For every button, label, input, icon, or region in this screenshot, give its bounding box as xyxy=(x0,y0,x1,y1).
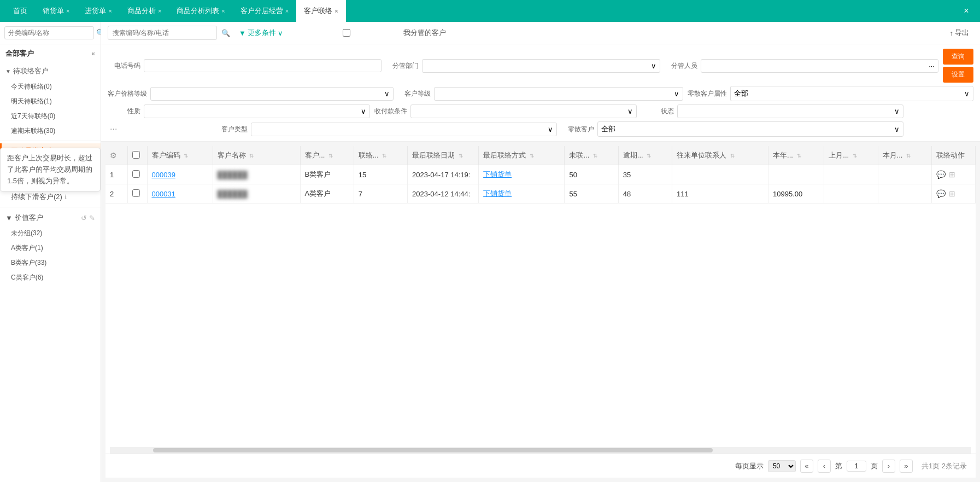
sort-type-icon[interactable]: ⇅ xyxy=(328,153,333,159)
settings-button[interactable]: 设置 xyxy=(943,67,973,83)
customer-level-select[interactable]: ∨ xyxy=(434,87,684,101)
value-customers-edit-icon[interactable]: ✎ xyxy=(89,214,95,222)
sidebar-a-customers[interactable]: A类客户(1) xyxy=(0,241,101,255)
row1-uncontacted: 50 xyxy=(565,165,618,184)
sidebar-week-pending[interactable]: 近7天待联络(0) xyxy=(0,109,101,124)
nav-customer-contact[interactable]: 客户联络 × xyxy=(296,0,345,22)
sidebar-b-customers[interactable]: B类客户(33) xyxy=(0,255,101,270)
row1-contact-icon[interactable]: 💬 xyxy=(936,170,946,179)
nav-purchase[interactable]: 进货单 × xyxy=(77,0,119,22)
page-number-input[interactable] xyxy=(847,461,866,472)
query-button[interactable]: 查询 xyxy=(943,49,973,65)
horizontal-scrollbar[interactable] xyxy=(110,447,971,454)
my-customers-checkbox-area[interactable]: 我分管的客户 xyxy=(292,28,446,38)
row2-last-method[interactable]: 下销货单 xyxy=(479,184,565,204)
row2-this-month xyxy=(878,184,931,204)
table-settings-icon[interactable]: ⚙ xyxy=(110,151,117,160)
nav-sales-close[interactable]: × xyxy=(66,0,69,22)
sidebar-pending-contact-section[interactable]: ▼ 待联络客户 xyxy=(0,63,101,79)
sort-this-month-icon[interactable]: ⇅ xyxy=(906,153,911,159)
filter-row-4: ··· 客户类型 ∨ 零散客户 全部 ∨ xyxy=(108,121,973,137)
next-page-btn[interactable]: › xyxy=(882,460,895,473)
sidebar-tomorrow-pending[interactable]: 明天待联络(1) xyxy=(0,94,101,109)
row2-code[interactable]: 000031 xyxy=(147,184,213,204)
sort-last-month-icon[interactable]: ⇅ xyxy=(853,153,857,159)
row2-more-icon[interactable]: ⊞ xyxy=(949,189,955,198)
row1-index: 1 xyxy=(105,165,127,184)
row2-contact-icon[interactable]: 💬 xyxy=(936,189,946,198)
price-level-select[interactable]: ∨ xyxy=(150,87,394,101)
filter-icon: ▼ xyxy=(239,29,246,37)
export-button[interactable]: ↑ 导出 xyxy=(946,25,974,40)
sidebar-collapse-btn[interactable]: « xyxy=(91,50,95,57)
col-settings[interactable]: ⚙ xyxy=(105,146,127,165)
sort-year-icon[interactable]: ⇅ xyxy=(797,153,801,159)
gender-select[interactable]: ∨ xyxy=(144,104,370,118)
last-page-btn[interactable]: » xyxy=(900,460,913,473)
table-area: ⚙ 客户编码 ⇅ 客户名称 ⇅ xyxy=(105,146,976,478)
nav-customer-segment-close[interactable]: × xyxy=(285,0,289,22)
phone-input[interactable] xyxy=(144,59,382,72)
scatter-attr-select[interactable]: 全部 ∨ xyxy=(730,86,973,101)
prev-page-btn[interactable]: ‹ xyxy=(818,460,831,473)
sidebar-search-input[interactable] xyxy=(4,26,94,39)
status-select[interactable]: ∨ xyxy=(677,104,903,118)
nav-sales[interactable]: 销货单 × xyxy=(35,0,77,22)
payment-select[interactable]: ∨ xyxy=(410,104,637,118)
sidebar-c-customers[interactable]: C类客户(6) xyxy=(0,270,101,285)
row1-code[interactable]: 000039 xyxy=(147,165,213,184)
filter-dots-area: ··· xyxy=(108,124,210,134)
sort-uncontacted-icon[interactable]: ⇅ xyxy=(593,153,597,159)
more-conditions-btn[interactable]: ▼ 更多条件 ∨ xyxy=(234,25,287,40)
scatter-customer-select[interactable]: 全部 ∨ xyxy=(597,121,903,137)
nav-product-list-close[interactable]: × xyxy=(221,0,225,22)
customer-type-select[interactable]: ∨ xyxy=(251,123,557,136)
sidebar-value-customers-section[interactable]: ▼ 价值客户 ↺ ✎ xyxy=(0,210,101,226)
sidebar-search-button[interactable]: 🔍 xyxy=(96,26,101,39)
nav-product-analysis[interactable]: 商品分析 × xyxy=(120,0,169,22)
nav-purchase-close[interactable]: × xyxy=(108,0,112,22)
sort-name-icon[interactable]: ⇅ xyxy=(249,153,254,159)
filter-bar: 🔍 ▼ 更多条件 ∨ 我分管的客户 ↑ 导出 xyxy=(101,22,980,44)
first-page-btn[interactable]: « xyxy=(800,460,813,473)
scrollbar-thumb[interactable] xyxy=(153,448,713,452)
col-customer-type: 客户... ⇅ xyxy=(300,146,354,165)
nav-customer-segment[interactable]: 客户分层经营 × xyxy=(233,0,296,22)
sort-contact-icon[interactable]: ⇅ xyxy=(382,153,386,159)
more-filter-dots[interactable]: ··· xyxy=(108,124,119,134)
search-input[interactable] xyxy=(108,26,217,40)
select-all-checkbox[interactable] xyxy=(132,151,140,159)
row1-more-icon[interactable]: ⊞ xyxy=(949,170,955,179)
window-close-button[interactable]: × xyxy=(958,3,975,19)
sidebar-today-pending[interactable]: 今天待联络(0) xyxy=(0,79,101,94)
row1-last-month xyxy=(824,165,878,184)
table-row: 1 000039 ██████ B类客户 15 2023-04-17 14:19… xyxy=(105,165,976,184)
my-customers-checkbox[interactable] xyxy=(292,29,401,37)
nav-product-analysis-close[interactable]: × xyxy=(158,0,161,22)
sort-overdue-icon[interactable]: ⇅ xyxy=(647,153,651,159)
table-scroll[interactable]: ⚙ 客户编码 ⇅ 客户名称 ⇅ xyxy=(105,146,976,447)
sidebar-ungrouped[interactable]: 未分组(32) xyxy=(0,226,101,241)
sort-date-icon[interactable]: ⇅ xyxy=(459,153,463,159)
nav-product-list[interactable]: 商品分析列表 × xyxy=(169,0,232,22)
value-customers-refresh-icon[interactable]: ↺ xyxy=(81,214,87,222)
row1-last-method[interactable]: 下销货单 xyxy=(479,165,565,184)
sidebar-declining-customers[interactable]: 持续下滑客户(2) ℹ xyxy=(0,189,101,205)
dept-select[interactable]: ∨ xyxy=(422,59,660,73)
col-action: 联络动作 xyxy=(932,146,976,165)
sort-person-icon[interactable]: ⇅ xyxy=(730,153,735,159)
col-customer-name: 客户名称 ⇅ xyxy=(213,146,300,165)
declining-info-icon[interactable]: ℹ xyxy=(64,194,67,201)
manager-select[interactable]: ··· xyxy=(701,59,938,73)
row1-last-date: 2023-04-17 14:19: xyxy=(408,165,479,184)
sort-method-icon[interactable]: ⇅ xyxy=(530,153,534,159)
search-icon[interactable]: 🔍 xyxy=(221,29,230,37)
page-size-select[interactable]: 50 100 200 xyxy=(768,460,796,472)
sort-code-icon[interactable]: ⇅ xyxy=(184,153,188,159)
sidebar-overdue-contact[interactable]: 逾期未联络(30) xyxy=(0,124,101,138)
nav-home[interactable]: 首页 xyxy=(5,0,35,22)
row1-select-checkbox[interactable] xyxy=(132,170,140,178)
row2-select-checkbox[interactable] xyxy=(132,189,140,197)
nav-customer-contact-close[interactable]: × xyxy=(335,0,338,22)
sidebar-all-customers[interactable]: 全部客户 « xyxy=(0,44,101,63)
